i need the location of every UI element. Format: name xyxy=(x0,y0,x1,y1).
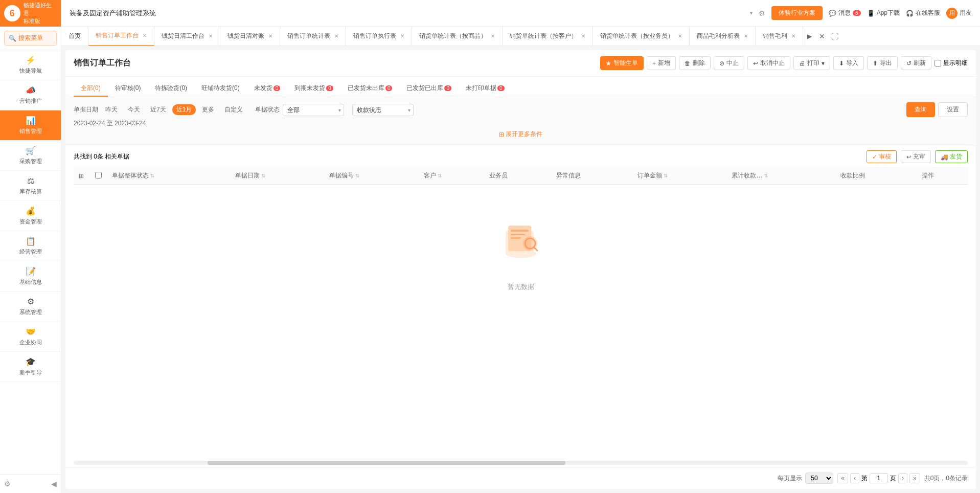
message-button[interactable]: 💬 消息 6 xyxy=(829,9,861,17)
app-download-button[interactable]: 📱 App下载 xyxy=(867,9,900,17)
sub-tab-shipped-stored[interactable]: 已发货已出库0 xyxy=(399,81,459,97)
top-settings-icon[interactable]: ⚙ xyxy=(759,9,765,17)
select-all-checkbox[interactable] xyxy=(95,172,102,178)
tabs-more-button[interactable]: ▶ xyxy=(803,33,816,40)
filter-date-today[interactable]: 今天 xyxy=(124,104,144,115)
tab-sales-summary-customer[interactable]: 销货单统计表（按客户） ✕ xyxy=(503,27,593,46)
sidebar-item-marketing[interactable]: 📣 营销推广 xyxy=(0,80,61,110)
show-detail-checkbox-wrap[interactable]: 显示明细 xyxy=(935,59,968,68)
filter-payment-item: 收款状态 已收款 未收款 xyxy=(352,104,414,116)
ship-button[interactable]: 🚚 发货 xyxy=(935,150,968,163)
sidebar-item-operations[interactable]: 📋 经营管理 xyxy=(0,231,61,261)
sort-status[interactable]: 单据整体状态 ⇅ xyxy=(112,171,225,180)
industry-solution-button[interactable]: 体验行业方案 xyxy=(771,6,823,20)
sub-tab-unshipped[interactable]: 未发货0 xyxy=(247,81,288,97)
sub-tab-shipped-not-stored[interactable]: 已发货未出库0 xyxy=(340,81,400,97)
sub-tab-unprinted[interactable]: 未打印单据0 xyxy=(459,81,512,97)
filter-payment-select[interactable]: 收款状态 已收款 未收款 xyxy=(352,104,414,116)
close-tab-cash-reconcile[interactable]: ✕ xyxy=(268,33,272,39)
close-tab-sales-exec[interactable]: ✕ xyxy=(400,33,404,39)
page-actions: ★ 智能生单 + 新增 🗑 删除 ⊘ 中止 xyxy=(600,56,968,70)
unaudit-button[interactable]: ↩ 充审 xyxy=(901,150,931,163)
close-tab-sales-summary-staff[interactable]: ✕ xyxy=(678,33,682,39)
system-dropdown-arrow[interactable]: ▾ xyxy=(750,10,753,16)
print-button[interactable]: 🖨 打印 ▾ xyxy=(793,56,830,70)
sort-customer[interactable]: 客户 ⇅ xyxy=(424,171,479,180)
sidebar-item-basic[interactable]: 📝 基础信息 xyxy=(0,261,61,292)
close-tab-sales-summary-product[interactable]: ✕ xyxy=(491,33,495,39)
filter-expand-button[interactable]: ⊞ 展开更多条件 xyxy=(499,130,542,139)
result-action-buttons: ✓ 审核 ↩ 充审 🚚 发货 xyxy=(867,150,968,163)
sub-tab-wangpu-ship[interactable]: 旺铺待发货(0) xyxy=(194,81,247,97)
tab-sales-summary-staff[interactable]: 销货单统计表（按业务员） ✕ xyxy=(593,27,690,46)
h-scrollbar-thumb[interactable] xyxy=(208,461,565,465)
filter-date-yesterday[interactable]: 昨天 xyxy=(101,104,122,115)
sidebar-item-purchase[interactable]: 🛒 采购管理 xyxy=(0,141,61,171)
next-page-button[interactable]: › xyxy=(898,473,907,483)
stop-button[interactable]: ⊘ 中止 xyxy=(714,56,744,70)
page-number-input[interactable] xyxy=(870,473,888,483)
show-detail-checkbox[interactable] xyxy=(935,60,941,66)
sidebar-item-finance[interactable]: 💰 资金管理 xyxy=(0,201,61,231)
sidebar-item-cooperation[interactable]: 🤝 企业协同 xyxy=(0,322,61,352)
export-button[interactable]: ⬆ 导出 xyxy=(867,56,898,70)
search-menu-button[interactable]: 🔍 搜索菜单 xyxy=(4,31,57,46)
sidebar-item-inventory[interactable]: ⚖ 库存核算 xyxy=(0,171,61,201)
close-tab-sales-summary-customer[interactable]: ✕ xyxy=(581,33,585,39)
tab-profit-analysis[interactable]: 商品毛利分析表 ✕ xyxy=(690,27,756,46)
tab-cash-daily[interactable]: 钱货日清工作台 ✕ xyxy=(154,27,220,46)
tab-sales-stats[interactable]: 销售订单统计表 ✕ xyxy=(280,27,346,46)
filter-date-1month[interactable]: 近1月 xyxy=(172,104,196,115)
sidebar-item-sales[interactable]: 📊 销售管理 xyxy=(0,110,61,141)
sort-amount[interactable]: 订单金额 ⇅ xyxy=(637,171,722,180)
tabs-expand-button[interactable]: ⛶ xyxy=(828,32,841,40)
sub-tab-all[interactable]: 全部(0) xyxy=(74,81,108,97)
sidebar-item-guide[interactable]: 🎓 新手引导 xyxy=(0,352,61,382)
online-service-button[interactable]: 🎧 在线客服 xyxy=(906,9,940,17)
filter-status-select[interactable]: 全部 草稿 待审核 已审核 xyxy=(283,104,344,116)
tab-home[interactable]: 首页 xyxy=(61,27,88,46)
close-tab-profit-analysis[interactable]: ✕ xyxy=(744,33,748,39)
filter-date-7days[interactable]: 近7天 xyxy=(146,104,170,115)
set-button[interactable]: 设置 xyxy=(938,102,968,117)
close-tab-sales-workbench[interactable]: ✕ xyxy=(143,33,147,38)
refresh-button[interactable]: ↺ 刷新 xyxy=(901,56,931,70)
sub-tab-pending-inspect[interactable]: 待拣验货(0) xyxy=(148,81,194,97)
sub-tab-pending-review[interactable]: 待审核(0) xyxy=(108,81,148,97)
import-button[interactable]: ⬇ 导入 xyxy=(833,56,864,70)
sidebar-item-quick-nav[interactable]: ⚡ 快捷导航 xyxy=(0,50,61,80)
tab-sales-exec[interactable]: 销售订单执行表 ✕ xyxy=(346,27,412,46)
user-menu-button[interactable]: 用 用友 xyxy=(946,8,972,19)
sort-number[interactable]: 单据编号 ⇅ xyxy=(329,171,414,180)
search-button[interactable]: 查询 xyxy=(906,102,935,117)
sub-tab-overdue-unshipped[interactable]: 到期未发货0 xyxy=(287,81,340,97)
close-tab-sales-gross[interactable]: ✕ xyxy=(791,33,795,39)
tab-sales-summary-product[interactable]: 销货单统计表（按商品） ✕ xyxy=(412,27,503,46)
tab-sales-gross[interactable]: 销售毛利 ✕ xyxy=(756,27,803,46)
smart-create-button[interactable]: ★ 智能生单 xyxy=(600,56,644,70)
close-tab-sales-stats[interactable]: ✕ xyxy=(334,33,338,39)
close-tab-cash-daily[interactable]: ✕ xyxy=(209,33,213,39)
add-button[interactable]: + 新增 xyxy=(647,56,676,70)
settings-button[interactable]: ⚙ xyxy=(4,480,11,488)
page-size-select[interactable]: 20 50 100 xyxy=(805,473,833,484)
column-settings-icon[interactable]: ⊞ xyxy=(79,172,84,180)
logo-text: 畅捷通好生意 标准版 xyxy=(24,2,57,25)
filter-date-more[interactable]: 更多 xyxy=(198,104,218,115)
tab-cash-reconcile[interactable]: 钱货日清对账 ✕ xyxy=(220,27,280,46)
cancel-stop-button[interactable]: ↩ 取消中止 xyxy=(747,56,790,70)
tab-sales-workbench[interactable]: 销售订单工作台 ✕ xyxy=(88,27,154,46)
prev-page-button[interactable]: ‹ xyxy=(850,473,859,483)
first-page-button[interactable]: « xyxy=(837,473,848,483)
sort-date[interactable]: 单据日期 ⇅ xyxy=(235,171,320,180)
delete-button[interactable]: 🗑 删除 xyxy=(679,56,711,70)
sort-collected[interactable]: 累计收款… ⇅ xyxy=(732,171,830,180)
h-scrollbar[interactable] xyxy=(74,461,968,465)
collapse-button[interactable]: ◀ xyxy=(51,480,57,488)
result-count-num: 0条 xyxy=(94,153,103,160)
filter-date-custom[interactable]: 自定义 xyxy=(220,104,247,115)
tabs-close-all-button[interactable]: ✕ xyxy=(816,32,828,40)
audit-button[interactable]: ✓ 审核 xyxy=(867,150,897,163)
sidebar-item-system[interactable]: ⚙ 系统管理 xyxy=(0,292,61,322)
last-page-button[interactable]: » xyxy=(909,473,920,483)
